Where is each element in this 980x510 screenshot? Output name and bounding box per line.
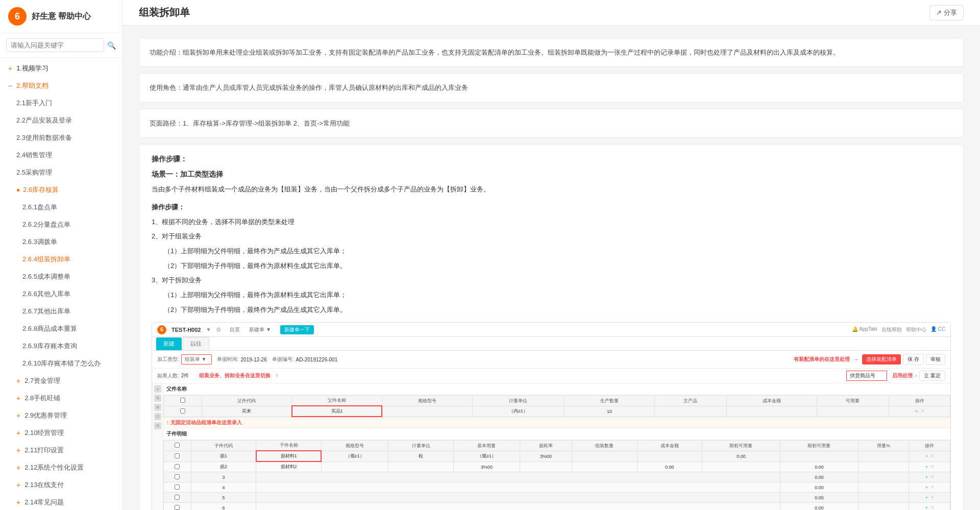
sim-child-col-cost: 成本金额 bbox=[637, 441, 702, 451]
sim-child-del[interactable]: ✕ bbox=[930, 453, 935, 458]
table-row: 6 0.00 ＋ ✕ bbox=[164, 503, 950, 510]
sidebar-item-inventory[interactable]: ● 2.6库存核算 bbox=[0, 181, 122, 199]
sim-child-col-check bbox=[164, 441, 191, 451]
sim-child-col-pct: 用量% bbox=[858, 441, 909, 451]
sim-child-col-base: 基本用量 bbox=[453, 441, 520, 451]
sidebar-item-stocktake[interactable]: 2.6.1盘点单 bbox=[0, 199, 122, 216]
sim-strip-icon-5: ⊟ bbox=[154, 422, 161, 429]
sidebar-item-video[interactable]: + 1.视频学习 bbox=[0, 60, 122, 77]
sidebar-item-coupon[interactable]: + 2.9优惠券管理 bbox=[0, 407, 122, 424]
sidebar-item-goods-cost[interactable]: 2.6.8商品成本重算 bbox=[0, 320, 122, 337]
plus-icon-2: + bbox=[16, 377, 20, 385]
sidebar-item-docs[interactable]: − 2.帮助文档 bbox=[0, 77, 122, 94]
sim-child-col-ops: 操作 bbox=[909, 441, 950, 451]
sim-child-del-3[interactable]: ✕ bbox=[930, 474, 935, 479]
sidebar-item-mobile[interactable]: + 2.8手机旺铺 bbox=[0, 390, 122, 407]
sidebar-item-data-prep[interactable]: 2.3使用前数据准备 bbox=[0, 129, 122, 147]
sim-type-dropdown[interactable]: 组装单 ▼ bbox=[181, 354, 212, 365]
sidebar-item-newbie-label: 2.1新手入门 bbox=[16, 99, 52, 108]
sim-child-col-loss: 损耗率 bbox=[520, 441, 572, 451]
sidebar-header: 6 好生意 帮助中心 bbox=[0, 0, 122, 33]
role-desc-text: 使用角色：通常由生产人员或库管人员完成拆装业务的操作，库管人员确认原材料的出库和… bbox=[150, 82, 953, 93]
sim-child-add-2[interactable]: ＋ bbox=[924, 464, 929, 469]
sim-cell-name: 买品1 bbox=[292, 406, 382, 417]
sidebar-item-faq[interactable]: + 2.14常见问题 bbox=[0, 494, 122, 510]
feature-intro-block: 功能介绍：组装拆卸单用来处理企业组装或拆卸等加工业务，支持有固定装配清单的产品加… bbox=[139, 38, 964, 67]
sim-parent-table: 父件代码 父件名称 规格型号 计量单位 生产数量 主产品 成本金额 可用量 操作 bbox=[163, 395, 950, 417]
sim-child-cell: （规≥1） bbox=[453, 451, 520, 462]
sim-add-btn[interactable]: ＋ bbox=[914, 408, 919, 414]
sidebar-item-payment[interactable]: + 2.13在线支付 bbox=[0, 476, 122, 494]
scene1-steps-title: 操作步骤： bbox=[152, 201, 951, 214]
sidebar-item-docs-label: 2.帮助文档 bbox=[16, 81, 48, 90]
sim-select-list-btn[interactable]: 选择装配清单 bbox=[862, 354, 901, 365]
sidebar-item-print[interactable]: + 2.11打印设置 bbox=[0, 442, 122, 459]
sidebar-item-purchase[interactable]: 2.5采购管理 bbox=[0, 164, 122, 181]
sidebar-item-stock-error[interactable]: 2.6.10库存账本错了怎么办 bbox=[0, 355, 122, 372]
sim-search-field[interactable]: 供货商品号 bbox=[846, 371, 887, 381]
sidebar-item-partial-stocktake[interactable]: 2.6.2分量盘点单 bbox=[0, 216, 122, 233]
sim-child-del-4[interactable]: ✕ bbox=[930, 484, 935, 490]
sim-cell-op: ＋ ✕ bbox=[889, 406, 950, 417]
sim-col-unit: 计量单位 bbox=[472, 396, 564, 406]
sim-select-all[interactable] bbox=[180, 398, 185, 403]
role-desc-block: 使用角色：通常由生产人员或库管人员完成拆装业务的操作，库管人员确认原材料的出库和… bbox=[139, 73, 964, 102]
sidebar-item-other-out[interactable]: 2.6.7其他出库单 bbox=[0, 303, 122, 320]
sidebar-item-operations[interactable]: + 2.10经营管理 bbox=[0, 424, 122, 442]
sim-tab-2[interactable]: 以往 bbox=[183, 337, 209, 350]
sim-app: 6 TEST-H002 ▼ ⚙ 自页 新建单 ▼ 新建单一下 🔔 AppTaki… bbox=[152, 323, 950, 510]
sim-cell-code: 买来 bbox=[202, 406, 292, 417]
sim-col-qty: 生产数量 bbox=[565, 396, 655, 406]
sim-child-add-5[interactable]: ＋ bbox=[924, 495, 929, 500]
sim-child-del-6[interactable]: ✕ bbox=[930, 505, 935, 510]
sidebar-item-sales[interactable]: 2.4销售管理 bbox=[0, 147, 122, 164]
main-content: 组装拆卸单 ↗ 分享 功能介绍：组装拆卸单用来处理企业组装或拆卸等加工业务，支持… bbox=[122, 0, 980, 510]
sim-online: 在线帮助 bbox=[881, 326, 902, 333]
sim-del-btn[interactable]: ✕ bbox=[921, 408, 925, 414]
sidebar-item-stock-query[interactable]: 2.6.9库存账本查询 bbox=[0, 337, 122, 355]
sim-child-del-5[interactable]: ✕ bbox=[930, 495, 935, 500]
path-desc-block: 页面路径：1、库存核算->库存管理->组装拆卸单 2、首页->常用功能 bbox=[139, 109, 964, 138]
sidebar-item-other-in[interactable]: 2.6.6其他入库单 bbox=[0, 285, 122, 303]
sim-child-add-6[interactable]: ＋ bbox=[924, 505, 929, 510]
sim-audit-btn[interactable]: 审核 bbox=[926, 354, 945, 365]
sim-child-add[interactable]: ＋ bbox=[924, 453, 929, 458]
sim-help-center: 帮助中心 bbox=[906, 326, 926, 333]
sidebar-item-assembly[interactable]: 2.6.4组装拆卸单 bbox=[0, 251, 122, 268]
sidebar-item-cost-adjust[interactable]: 2.6.5成本调整单 bbox=[0, 268, 122, 285]
sim-child-del-2[interactable]: ✕ bbox=[930, 464, 935, 469]
step3-2: （2）下部明细为子件明细，最终作为产成品生成其它入库单。 bbox=[152, 304, 951, 317]
sim-code-field: 单据编号: AD-20191226-001 bbox=[272, 356, 338, 363]
sim-child-add-4[interactable]: ＋ bbox=[924, 484, 929, 490]
screenshot-container: 6 TEST-H002 ▼ ⚙ 自页 新建单 ▼ 新建单一下 🔔 AppTaki… bbox=[152, 322, 951, 510]
search-input[interactable] bbox=[6, 38, 104, 52]
sim-left-strip: ≡ ☰ ⊞ ⊡ ⊟ bbox=[152, 383, 163, 510]
sim-child-col-code: 子件代码 bbox=[191, 441, 256, 451]
sim-settings-icon: ⚙ bbox=[216, 326, 222, 333]
sidebar-item-transfer[interactable]: 2.6.3调拨单 bbox=[0, 233, 122, 251]
sim-titlebar: 6 TEST-H002 ▼ ⚙ 自页 新建单 ▼ 新建单一下 🔔 AppTaki… bbox=[152, 323, 950, 337]
scene1-desc: 当由多个子件材料组装成一个成品的业务为【组装】业务，当由一个父件拆分成多个子产品… bbox=[152, 183, 951, 196]
sidebar-item-newbie[interactable]: 2.1新手入门 bbox=[0, 94, 122, 112]
sim-col-avail: 可用量 bbox=[817, 396, 889, 406]
sidebar-item-install[interactable]: 2.2产品安装及登录 bbox=[0, 112, 122, 129]
sidebar-item-finance[interactable]: + 2.7资金管理 bbox=[0, 372, 122, 390]
sim-confirm-btn[interactable]: 立 案定 bbox=[919, 371, 945, 381]
sim-company: TEST-H002 bbox=[172, 327, 201, 333]
sim-tab-active[interactable]: 新建 bbox=[156, 337, 182, 350]
sidebar-item-install-label: 2.2产品安装及登录 bbox=[16, 116, 72, 125]
sidebar-item-system[interactable]: + 2.12系统个性化设置 bbox=[0, 459, 122, 476]
sidebar-item-video-label: 1.视频学习 bbox=[16, 64, 48, 73]
sim-cell-cost bbox=[727, 406, 817, 417]
sim-child-add-3[interactable]: ＋ bbox=[924, 474, 929, 479]
search-icon[interactable]: 🔍 bbox=[107, 41, 116, 50]
nav-section: + 1.视频学习 − 2.帮助文档 2.1新手入门 2.2产品安装及登录 2.3… bbox=[0, 58, 122, 510]
sim-cell-avail bbox=[817, 406, 889, 417]
sim-save-btn[interactable]: 保 存 bbox=[903, 354, 924, 365]
sidebar: 6 好生意 帮助中心 🔍 + 1.视频学习 − 2.帮助文档 2.1新手入门 2… bbox=[0, 0, 122, 510]
plus-icon-4: + bbox=[16, 411, 20, 420]
share-button[interactable]: ↗ 分享 bbox=[929, 5, 964, 20]
sidebar-item-sales-label: 2.4销售管理 bbox=[16, 151, 52, 160]
table-row: 买来 买品1 （内≥1） 10 bbox=[164, 406, 950, 417]
share-icon: ↗ bbox=[936, 9, 942, 16]
